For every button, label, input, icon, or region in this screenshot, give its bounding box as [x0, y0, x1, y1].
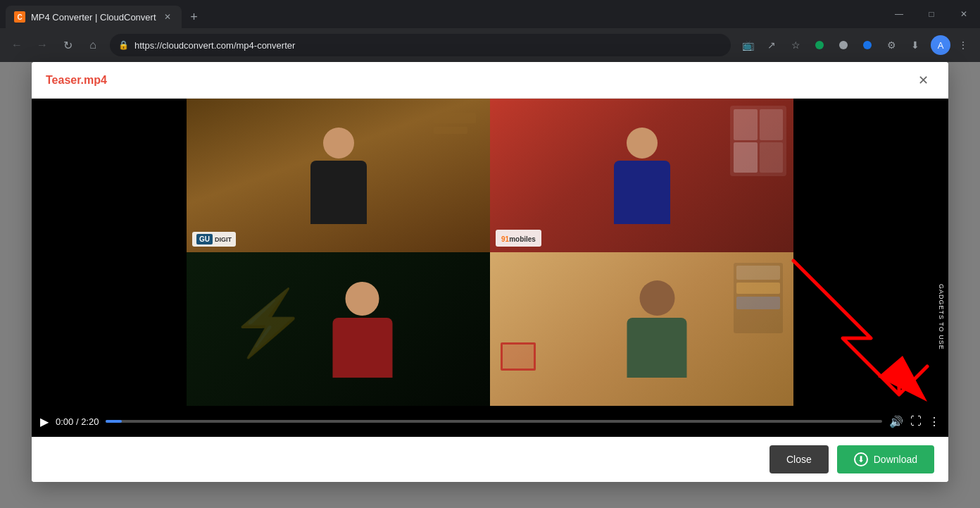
back-button[interactable]: ←	[6, 34, 28, 56]
modal-header: Teaser.mp4 ✕	[32, 62, 948, 99]
91mobiles-logo: 91mobiles	[496, 230, 541, 247]
modal-close-x-button[interactable]: ✕	[912, 69, 934, 92]
bookmark-button[interactable]: ☆	[784, 34, 807, 56]
video-cell-tr: 91mobiles	[490, 99, 793, 252]
video-controls: ▶ 0:00 / 2:20 🔊 ⛶ ⋮	[32, 406, 948, 437]
close-button[interactable]: Close	[769, 445, 829, 473]
nav-right-icons: 📺 ↗ ☆ ⚙ ⬇ A ⋮	[736, 34, 974, 56]
cast-button[interactable]: 📺	[736, 34, 759, 56]
home-button[interactable]: ⌂	[82, 34, 104, 56]
video-modal: Teaser.mp4 ✕	[32, 62, 948, 482]
video-right-bar	[793, 99, 948, 437]
forward-button[interactable]: →	[31, 34, 54, 56]
active-tab[interactable]: C MP4 Converter | CloudConvert ✕	[6, 6, 182, 28]
progress-bar[interactable]	[106, 420, 882, 423]
volume-button[interactable]: 🔊	[889, 415, 903, 428]
more-options-button[interactable]: ⋮	[929, 415, 940, 428]
tab-bar: C MP4 Converter | CloudConvert ✕ + — □ ✕	[0, 0, 980, 28]
share-button[interactable]: ↗	[760, 34, 783, 56]
download-button-label: Download	[874, 454, 917, 465]
maximize-button[interactable]: □	[915, 0, 948, 28]
extensions-button[interactable]: ⋮	[952, 34, 974, 56]
url-text: https://cloudconvert.com/mp4-converter	[134, 40, 722, 51]
new-tab-button[interactable]: +	[184, 7, 204, 27]
modal-footer: Close ⬇ Download	[32, 437, 948, 482]
download-status-button[interactable]: ⬇	[904, 34, 926, 56]
time-display: 0:00 / 2:20	[56, 416, 99, 427]
page-content: Teaser.mp4 ✕	[0, 62, 980, 508]
video-cell-tl: GU DIGIT	[187, 99, 490, 252]
progress-fill	[106, 420, 121, 423]
download-button[interactable]: ⬇ Download	[837, 445, 934, 473]
video-player[interactable]: GU DIGIT	[32, 99, 948, 437]
tab-favicon: C	[14, 11, 25, 23]
modal-title: Teaser.mp4	[46, 74, 912, 87]
address-bar[interactable]: 🔒 https://cloudconvert.com/mp4-converter	[110, 34, 731, 56]
tab-close-button[interactable]: ✕	[162, 11, 173, 23]
settings-button[interactable]: ⚙	[880, 34, 903, 56]
video-grid: GU DIGIT	[187, 99, 793, 406]
nav-bar: ← → ↻ ⌂ 🔒 https://cloudconvert.com/mp4-c…	[0, 28, 980, 62]
fullscreen-button[interactable]: ⛶	[910, 415, 922, 428]
video-left-bar	[32, 99, 187, 437]
browser-chrome: C MP4 Converter | CloudConvert ✕ + — □ ✕…	[0, 0, 980, 62]
watermark: GADGETS TO USE	[934, 282, 948, 352]
close-window-button[interactable]: ✕	[948, 0, 980, 28]
video-cell-br	[490, 252, 793, 406]
lock-icon: 🔒	[118, 40, 129, 50]
profile-button[interactable]: A	[931, 35, 950, 55]
ext-green[interactable]	[808, 34, 831, 56]
minimize-button[interactable]: —	[883, 0, 915, 28]
window-controls: — □ ✕	[883, 0, 980, 28]
reload-button[interactable]: ↻	[56, 34, 79, 56]
digit-logo: GU DIGIT	[192, 232, 236, 247]
modal-overlay: Teaser.mp4 ✕	[0, 62, 980, 508]
download-icon: ⬇	[854, 452, 868, 466]
video-cell-bl: ⚡	[187, 252, 490, 406]
ext-grey[interactable]	[832, 34, 855, 56]
ext-blue[interactable]	[856, 34, 879, 56]
play-button[interactable]: ▶	[40, 415, 49, 428]
tab-title: MP4 Converter | CloudConvert	[31, 12, 156, 23]
